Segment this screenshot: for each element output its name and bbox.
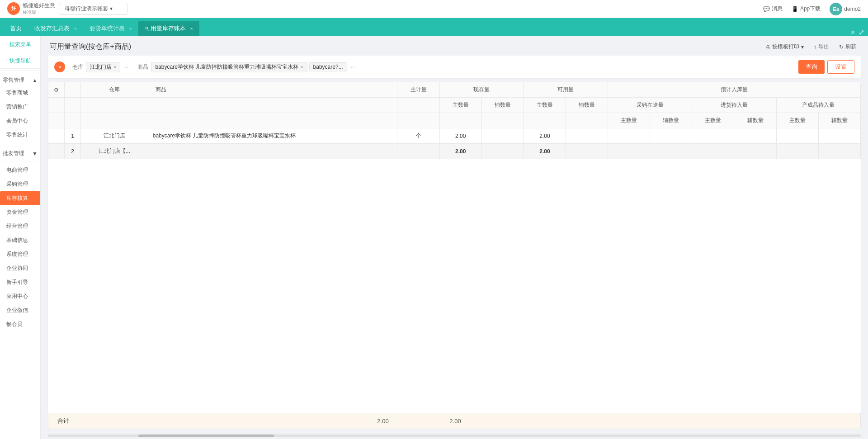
filter-toggle-button[interactable]: » (54, 61, 65, 72)
th-product: 商品 (148, 82, 397, 98)
th-available-aux: 辅数量 (566, 98, 608, 113)
message-button[interactable]: 💬 消息 (763, 5, 783, 13)
sidebar-item-vip[interactable]: 畅会员 (0, 317, 40, 331)
td-prod-2 (776, 144, 818, 159)
th-stock-group: 现存量 (439, 82, 524, 98)
sidebar-section-batch[interactable]: 批发管理 ▼ (0, 146, 40, 159)
product-filter-label: 商品 (137, 63, 148, 71)
td-im-1 (692, 128, 734, 144)
th-available-group: 可用量 (524, 82, 608, 98)
refresh-icon: ↻ (839, 44, 844, 50)
scroll-thumb[interactable] (138, 434, 274, 437)
sidebar-search[interactable]: 搜索菜单 (0, 36, 40, 53)
th-aa3 (566, 113, 608, 128)
avatar: Ea (830, 3, 842, 15)
th-product-2 (148, 98, 397, 113)
app-download-button[interactable]: 📱 App下载 (792, 5, 821, 13)
query-button[interactable]: 查询 (798, 60, 825, 74)
sidebar-item-app-center[interactable]: 应用中心 (0, 289, 40, 303)
product-filter-tags: babycare学饮杯 儿童防摔防撞吸管杯重力球吸嘴杯宝宝水杯 × babyca… (151, 62, 357, 72)
td-pm-2 (608, 144, 650, 159)
sidebar-item-zero-stats[interactable]: 零售统计 (0, 128, 40, 142)
sidebar-item-enterprise-wechat[interactable]: 企业微信 (0, 303, 40, 317)
logo-text: 畅捷通好生意 (23, 2, 55, 9)
sidebar-item-enterprise[interactable]: 企业协同 (0, 261, 40, 275)
sidebar: 搜索菜单 快捷导航 零售管理 ▲ 零售商城 营销推广 会员中心 零售统计 批发管… (0, 36, 41, 439)
th-unit-2 (397, 98, 439, 113)
warehouse-filter-tags: 江北门店 × ··· (86, 62, 130, 72)
expand-icon: » (58, 64, 61, 70)
export-button[interactable]: ↑ 导出 (811, 42, 832, 52)
industry-selector[interactable]: 母婴行业演示账套 ▾ (60, 3, 127, 15)
tab-income-close[interactable]: × (74, 26, 77, 31)
summary-available-main: 2.00 (437, 418, 473, 425)
close-window-icon[interactable]: × (851, 29, 855, 36)
th-u3 (397, 113, 439, 128)
tab-home[interactable]: 首页 (4, 21, 28, 36)
warehouse-tag[interactable]: 江北门店 × (86, 62, 120, 72)
product-tag-1[interactable]: babycare学饮杯 儿童防摔防撞吸管杯重力球吸嘴杯宝宝水杯 × (151, 62, 307, 72)
table-row: 2 江北门店【... 2.00 2.00 (48, 144, 861, 159)
td-ia-1 (734, 128, 776, 144)
sidebar-item-basics[interactable]: 基础信息 (0, 233, 40, 247)
th-am3 (524, 113, 566, 128)
setting-button[interactable]: 设置 (827, 60, 854, 74)
user-area[interactable]: Ea demo2 (830, 3, 861, 15)
sidebar-section-zero-sales[interactable]: 零售管理 ▲ (0, 73, 40, 86)
td-proda-1 (818, 128, 860, 144)
tab-inventory-label: 可用量库存账本 (145, 24, 186, 33)
warehouse-tag-close[interactable]: × (113, 64, 116, 70)
td-stock-aux-1 (481, 128, 524, 144)
filter-bar: » 仓库 江北门店 × ··· 商品 babycare学饮杯 儿童防摔防撞吸管杯… (48, 56, 861, 78)
warehouse-tag-text: 江北门店 (90, 63, 112, 71)
product-tag-2[interactable]: babycare?... (309, 62, 347, 71)
tab-inventory[interactable]: 可用量库存账本 × (138, 21, 199, 36)
sidebar-item-zero-mall[interactable]: 零售商城 (0, 86, 40, 100)
warehouse-more-icon[interactable]: ··· (122, 64, 130, 70)
top-bar: 好 畅捷通好生意 标准版 母婴行业演示账套 ▾ 💬 消息 📱 App下载 Ea … (0, 0, 868, 18)
tab-order-close[interactable]: × (129, 26, 132, 31)
print-button[interactable]: 🖨 按模板打印 ▾ (762, 42, 807, 52)
content-area: 可用量查询(按仓库+商品) 🖨 按模板打印 ▾ ↑ 导出 ↻ 刷新 (41, 36, 868, 439)
sidebar-item-system[interactable]: 系统管理 (0, 247, 40, 261)
industry-label: 母婴行业演示账套 (65, 5, 108, 13)
th-production-group: 产成品待入量 (776, 98, 860, 113)
th-index-2 (65, 98, 81, 113)
table-area: ⚙ 仓库 商品 主计量 现存量 可用量 预计入库量 (48, 82, 861, 413)
product-more-icon[interactable]: ··· (349, 64, 357, 70)
td-unit-2 (397, 144, 439, 159)
sidebar-item-purchase[interactable]: 采购管理 (0, 177, 40, 191)
filter-actions: 查询 设置 (798, 60, 854, 74)
th-sa3 (481, 113, 524, 128)
th-warehouse-2 (81, 98, 148, 113)
expand-window-icon[interactable]: ⤢ (859, 29, 864, 36)
tab-inventory-close[interactable]: × (190, 26, 193, 31)
product-tag-1-close[interactable]: × (300, 64, 303, 70)
divider-2 (0, 144, 40, 144)
th-prod3: 主数量 (776, 113, 818, 128)
chevron-down-icon-batch: ▼ (32, 151, 38, 157)
td-available-aux-2 (566, 144, 608, 159)
sidebar-item-inventory[interactable]: 库存核算 (0, 191, 40, 205)
sidebar-item-marketing[interactable]: 营销推广 (0, 100, 40, 114)
th-pa3: 辅数量 (650, 113, 692, 128)
tab-order[interactable]: 要货单统计表 × (83, 21, 138, 36)
divider-1 (0, 71, 40, 71)
td-im-2 (692, 144, 734, 159)
sidebar-nav[interactable]: 快捷导航 (0, 53, 40, 69)
tab-income[interactable]: 收发存汇总表 × (28, 21, 83, 36)
sidebar-item-newbie[interactable]: 新手引导 (0, 275, 40, 289)
sidebar-item-member-center[interactable]: 会员中心 (0, 114, 40, 128)
tab-home-label: 首页 (10, 24, 22, 33)
logo: 好 畅捷通好生意 标准版 (7, 2, 55, 15)
sidebar-item-finance[interactable]: 资金管理 (0, 205, 40, 219)
sidebar-item-operations[interactable]: 经营管理 (0, 219, 40, 233)
product-tag-2-text: babycare?... (313, 64, 343, 70)
page-title: 可用量查询(按仓库+商品) (50, 42, 131, 52)
page-actions: 🖨 按模板打印 ▾ ↑ 导出 ↻ 刷新 (762, 42, 859, 52)
refresh-button[interactable]: ↻ 刷新 (836, 42, 859, 52)
horizontal-scrollbar[interactable] (48, 434, 861, 437)
th-settings[interactable]: ⚙ (48, 82, 65, 98)
sidebar-item-ecommerce[interactable]: 电商管理 (0, 163, 40, 177)
th-proda3: 辅数量 (818, 113, 860, 128)
